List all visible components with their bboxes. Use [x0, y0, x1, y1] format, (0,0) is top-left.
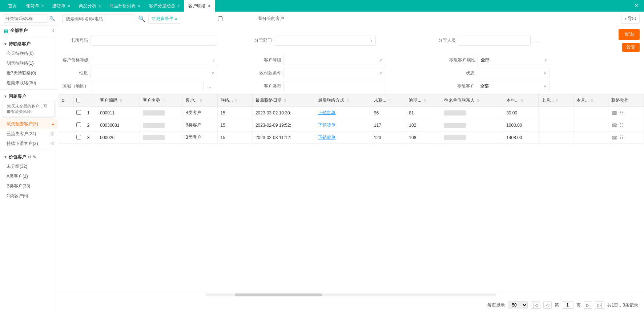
row-last-contact-method[interactable]: 下销货单 [315, 119, 371, 131]
table-row: 1 000011 B类客户 15 2023-03-02 10:30: 下销货单 … [58, 107, 644, 119]
customer-type-column-header[interactable]: 客户... ⇅ [182, 94, 217, 107]
close-analysis-list-tab[interactable]: × [138, 4, 140, 8]
query-button[interactable]: 查询 [619, 29, 640, 40]
contact-action-icon-1[interactable]: ☎ [611, 122, 617, 128]
gender-select[interactable]: ∨ [90, 68, 217, 78]
first-page-button[interactable]: |◁ [531, 301, 540, 309]
export-button[interactable]: ↑ 导出 [621, 14, 640, 24]
row-uncontact-days: 96 [371, 107, 406, 119]
sidebar-item-already-lost[interactable]: 已流失客户(24) ⓘ [0, 129, 58, 139]
sidebar-item-today[interactable]: 今天待联络(0) [0, 49, 58, 58]
window-close-button[interactable]: × [632, 3, 641, 9]
customer-type-select[interactable] [283, 81, 385, 91]
contact-person-column-header[interactable]: 往来单位联系人 ⇅ [441, 94, 503, 107]
horizontal-scrollbar[interactable] [58, 292, 644, 298]
region-more-icon[interactable]: … [206, 84, 213, 89]
tab-customer-tier[interactable]: 客户分层经营 × [145, 0, 184, 12]
payment-select[interactable]: ∨ [283, 68, 385, 78]
sidebar-group-value-customers[interactable]: ▼ 价值客户 ↺ ✎ [0, 153, 58, 162]
last-contact-date-column-header[interactable]: 最后联络日期 ⇅ [252, 94, 315, 107]
refresh-icon[interactable]: ↺ [28, 155, 31, 160]
tab-customer-contact[interactable]: 客户联络 × [184, 0, 214, 12]
last-month-column-header[interactable]: 上月... ⇅ [538, 94, 573, 107]
tab-purchase[interactable]: 进货单 × [48, 0, 74, 12]
sort-icon3: ⇅ [200, 98, 202, 102]
edit-icon[interactable]: ✎ [33, 155, 36, 160]
row-last-contact-date: 2023-02-09 19:52: [252, 119, 315, 131]
more-conditions-button[interactable]: ▽ 更多条件 ∧ [148, 14, 181, 24]
this-year-column-header[interactable]: 本年... ⇅ [503, 94, 538, 107]
per-page-select[interactable]: 50 100 200 [508, 301, 528, 309]
row-last-contact-method[interactable]: 下销货单 [315, 131, 371, 144]
row-overdue: 108 [406, 131, 441, 144]
prev-page-button[interactable]: ◁ [543, 301, 552, 309]
tab-analysis[interactable]: 商品分析 × [75, 0, 105, 12]
overdue-column-header[interactable]: 逾期... ⇅ [406, 94, 441, 107]
sidebar-item-tomorrow[interactable]: 明天待联络(1) [0, 58, 58, 68]
zero-customer-select[interactable]: 全部 ∨ [477, 81, 550, 91]
next-page-button[interactable]: ▷ [584, 301, 592, 309]
customer-code-column-header[interactable]: 客户编码 ⇅ [97, 94, 140, 107]
search-button[interactable]: 🔍 [138, 15, 145, 22]
sort-icon9: ⇅ [476, 98, 479, 102]
contact-action-icon-2[interactable]: ☎ [611, 135, 617, 141]
zero-attr-select[interactable]: 全部 ∨ [478, 55, 550, 65]
this-month-column-header[interactable]: 本月... ⇅ [573, 94, 608, 107]
close-sales-tab[interactable]: × [41, 4, 44, 8]
row-this-year: 1408.00 [503, 131, 538, 144]
contact-action-icon-0[interactable]: ☎ [611, 110, 617, 116]
settings-column-header[interactable]: ⚙ [58, 94, 73, 107]
close-customer-tier-tab[interactable]: × [177, 4, 180, 8]
person-select[interactable] [458, 36, 531, 46]
info-icon2: ⓘ [51, 141, 54, 146]
row-checkbox-2[interactable] [76, 135, 81, 139]
person-more-icon[interactable]: … [533, 38, 540, 43]
page-number-input[interactable] [562, 301, 573, 309]
sidebar-group-problem-customers[interactable]: ▼ 问题客户 [0, 92, 58, 101]
status-select[interactable]: ∨ [477, 68, 550, 78]
row-checkbox-1[interactable] [76, 122, 81, 127]
contact-count-column-header[interactable]: 联络... ⇅ [217, 94, 252, 107]
row-checkbox-0[interactable] [76, 110, 81, 115]
sidebar-group-pending-contact[interactable]: ▼ 待联络客户 [0, 40, 58, 49]
sidebar-item-unclassified[interactable]: 未分组(32) [0, 162, 58, 171]
tab-home[interactable]: 首页 [3, 0, 22, 12]
category-search-input[interactable] [3, 15, 48, 23]
sidebar-search-icon[interactable]: 🔍 [49, 16, 55, 21]
tab-sales[interactable]: 销货单 × [22, 0, 48, 12]
region-select[interactable] [91, 81, 204, 91]
select-all-checkbox[interactable] [76, 98, 81, 102]
close-analysis-tab[interactable]: × [98, 4, 101, 8]
customer-name-column-header[interactable]: 客户名称 ⇅ [140, 94, 182, 107]
last-contact-method-column-header[interactable]: 最后联络方式 ⇅ [315, 94, 371, 107]
grade-select[interactable]: ∨ [283, 55, 385, 65]
sidebar-item-class-c[interactable]: C类客户(6) [0, 191, 58, 201]
more-action-icon-1[interactable]: ⠿ [620, 122, 623, 128]
sidebar-item-loss-warning[interactable]: 流失预警客户(3) ● [0, 119, 58, 129]
last-page-button[interactable]: ▷| [595, 301, 604, 309]
search-input[interactable] [63, 15, 135, 23]
my-customers-checkbox[interactable]: 我分管的客户 [184, 16, 284, 22]
sidebar-item-class-b[interactable]: B类客户(33) [0, 181, 58, 191]
table-settings-icon[interactable]: ⚙ [61, 98, 65, 103]
sidebar-item-week[interactable]: 近7天待联络(0) [0, 68, 58, 78]
sidebar-item-downtrend[interactable]: 持续下滑客户(2) ⓘ [0, 139, 58, 149]
sidebar-item-class-a[interactable]: A类客户(1) [0, 171, 58, 181]
close-purchase-tab[interactable]: × [68, 4, 70, 8]
scroll-thumb[interactable] [235, 293, 322, 296]
phone-input[interactable] [90, 36, 217, 46]
more-action-icon-0[interactable]: ⠿ [620, 110, 623, 116]
close-customer-contact-tab[interactable]: × [208, 4, 210, 8]
uncontact-days-column-header[interactable]: 未联... ⇅ [371, 94, 406, 107]
my-customers-check[interactable] [184, 16, 257, 21]
tab-analysis-list[interactable]: 商品分析列表 × [105, 0, 144, 12]
setting-button[interactable]: 设置 [622, 43, 640, 52]
sidebar-all-customers[interactable]: ⊞ 全部客户 《 [0, 26, 58, 36]
more-action-icon-2[interactable]: ⠿ [620, 135, 623, 141]
scroll-track[interactable] [206, 293, 496, 296]
sidebar-item-overdue[interactable]: 逾期未联络(30) [0, 78, 58, 88]
sort-icon: ⇅ [120, 98, 122, 102]
price-grade-select[interactable]: ∨ [91, 55, 218, 65]
row-last-contact-method[interactable]: 下销货单 [315, 107, 371, 119]
dept-select[interactable]: ∨ [274, 36, 376, 46]
